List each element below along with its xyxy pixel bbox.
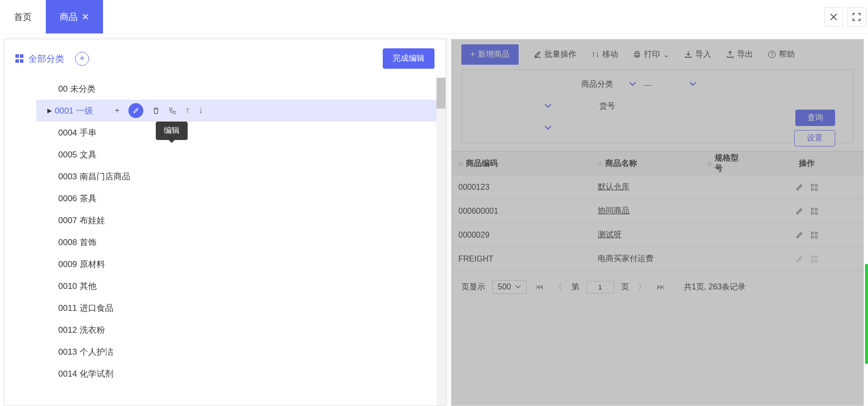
edit-icon[interactable] bbox=[128, 103, 143, 118]
grid-icon bbox=[15, 54, 24, 63]
category-panel: 全部分类 + 完成编辑 编辑 00 未分类▶0001 一级+↑↓0004 手串0… bbox=[4, 39, 446, 406]
tree-item[interactable]: 0008 首饰 bbox=[36, 231, 445, 253]
tree-item-label: 0001 一级 bbox=[55, 105, 93, 117]
tree-item-label: 0009 原材料 bbox=[58, 259, 105, 270]
tab-home[interactable]: 首页 bbox=[0, 0, 46, 33]
structure-icon[interactable] bbox=[169, 107, 176, 115]
tree-item[interactable]: 0012 洗衣粉 bbox=[36, 319, 445, 341]
category-tree: 00 未分类▶0001 一级+↑↓0004 手串0005 文具0003 南昌门店… bbox=[4, 78, 445, 406]
tree-item-label: 0003 南昌门店商品 bbox=[58, 171, 130, 182]
tree-item-label: 0004 手串 bbox=[58, 127, 97, 138]
done-edit-button[interactable]: 完成编辑 bbox=[383, 48, 434, 69]
tree-item[interactable]: 0005 文具 bbox=[36, 143, 445, 165]
tree-item-label: 0014 化学试剂 bbox=[58, 368, 113, 380]
tree-item-label: 0010 其他 bbox=[58, 280, 97, 292]
tree-item[interactable]: 0004 手串 bbox=[36, 122, 445, 143]
product-main-panel: + 新增商品 批量操作 ↑↓ 移动 打印 bbox=[451, 39, 864, 406]
tree-item[interactable]: 0007 布娃娃 bbox=[36, 209, 445, 231]
tree-item-label: 0013 个人护洁 bbox=[58, 346, 113, 358]
tree-item[interactable]: 0011 进口食品 bbox=[36, 297, 445, 319]
tree-item[interactable]: 0010 其他 bbox=[36, 275, 445, 297]
svg-rect-0 bbox=[170, 108, 172, 110]
tree-item-label: 0012 洗衣粉 bbox=[58, 324, 105, 336]
add-icon[interactable]: + bbox=[115, 106, 120, 116]
tree-item[interactable]: 0014 化学试剂 bbox=[36, 363, 445, 385]
overlay-dim bbox=[451, 39, 864, 406]
tree-item-label: 0005 文具 bbox=[58, 149, 97, 160]
category-title[interactable]: 全部分类 bbox=[15, 53, 64, 65]
close-all-button[interactable] bbox=[824, 7, 843, 26]
close-icon[interactable]: ✕ bbox=[82, 11, 89, 22]
expand-icon[interactable]: ▶ bbox=[47, 107, 52, 114]
tree-item[interactable]: 0013 个人护洁 bbox=[36, 341, 445, 363]
tree-item[interactable]: 0006 茶具 bbox=[36, 187, 445, 209]
tree-item[interactable]: 0003 南昌门店商品 bbox=[36, 165, 445, 187]
arrow-up-icon[interactable]: ↑ bbox=[185, 106, 190, 116]
tree-item-label: 0007 布娃娃 bbox=[58, 215, 105, 226]
tree-item[interactable]: 0009 原材料 bbox=[36, 253, 445, 275]
scroll-indicator bbox=[865, 264, 868, 364]
tree-item[interactable]: ▶0001 一级+↑↓ bbox=[36, 100, 445, 122]
tree-item-label: 00 未分类 bbox=[58, 83, 96, 95]
add-category-button[interactable]: + bbox=[75, 52, 89, 66]
delete-icon[interactable] bbox=[152, 107, 160, 115]
fullscreen-button[interactable] bbox=[847, 7, 866, 26]
scrollbar[interactable] bbox=[436, 78, 445, 406]
tree-item[interactable]: 00 未分类 bbox=[36, 78, 445, 100]
tree-item-label: 0011 进口食品 bbox=[58, 302, 113, 314]
arrow-down-icon[interactable]: ↓ bbox=[199, 106, 203, 116]
tree-item-label: 0008 首饰 bbox=[58, 237, 97, 248]
edit-tooltip: 编辑 bbox=[156, 122, 188, 140]
tab-product[interactable]: 商品 ✕ bbox=[46, 0, 103, 33]
svg-rect-1 bbox=[173, 111, 176, 114]
tree-item-label: 0006 茶具 bbox=[58, 193, 97, 204]
tab-bar: 首页 商品 ✕ bbox=[0, 0, 868, 34]
